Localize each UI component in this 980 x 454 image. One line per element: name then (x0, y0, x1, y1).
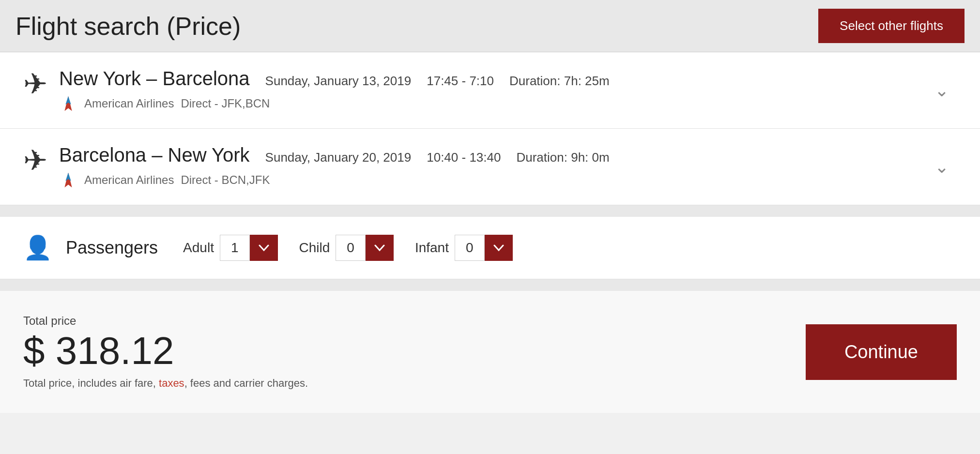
total-note-after: , fees and carrier charges. (184, 377, 308, 389)
flight-airline-line-2: American Airlines Direct - BCN,JFK (59, 171, 610, 189)
adult-label: Adult (183, 240, 214, 256)
flight-airline-2: American Airlines (84, 173, 174, 187)
child-chevron-icon (374, 244, 385, 251)
total-label: Total price (23, 314, 308, 328)
flight-date-2: Sunday, January 20, 2019 (265, 150, 412, 165)
flight-card-left-2: ✈ Barcelona – New York Sunday, January 2… (23, 144, 610, 189)
infant-chevron-icon (493, 244, 504, 251)
flight-date-1: Sunday, January 13, 2019 (265, 74, 412, 89)
infant-value: 0 (455, 235, 485, 261)
flight-route-line-2: Barcelona – New York Sunday, January 20,… (59, 144, 610, 166)
flight-duration-2: Duration: 9h: 0m (516, 150, 609, 165)
flight-stops-2: Direct - BCN,JFK (181, 173, 270, 187)
aa-logo-icon-2 (59, 171, 77, 189)
total-note: Total price, includes air fare, taxes, f… (23, 377, 308, 390)
flight-expand-chevron-2[interactable]: ⌄ (927, 153, 957, 181)
flight-route-1: New York – Barcelona (59, 68, 250, 90)
infant-label: Infant (415, 240, 449, 256)
flight-airline-line-1: American Airlines Direct - JFK,BCN (59, 94, 610, 113)
flight-info-2: Barcelona – New York Sunday, January 20,… (59, 144, 610, 189)
continue-button[interactable]: Continue (806, 324, 957, 380)
adult-value: 1 (220, 235, 250, 261)
plane-icon-1: ✈ (23, 70, 47, 99)
total-price-value: $ 318.12 (23, 332, 308, 370)
flight-card-2: ✈ Barcelona – New York Sunday, January 2… (0, 129, 980, 205)
flight-stops-1: Direct - JFK,BCN (181, 97, 270, 110)
flight-route-2: Barcelona – New York (59, 144, 250, 166)
page-header: Flight search (Price) Select other fligh… (0, 0, 980, 52)
adult-chevron-icon (259, 244, 269, 251)
flight-card-left-1: ✈ New York – Barcelona Sunday, January 1… (23, 68, 610, 113)
flight-card-1: ✈ New York – Barcelona Sunday, January 1… (0, 52, 980, 129)
flight-route-line-1: New York – Barcelona Sunday, January 13,… (59, 68, 610, 90)
section-divider-2 (0, 279, 980, 291)
child-dropdown-button[interactable] (366, 235, 394, 261)
total-note-before: Total price, includes air fare, (23, 377, 159, 389)
total-left-content: Total price $ 318.12 Total price, includ… (23, 314, 308, 390)
adult-dropdown-button[interactable] (250, 235, 278, 261)
section-divider-1 (0, 205, 980, 217)
adult-pax-group: Adult 1 (183, 235, 277, 261)
total-price-section: Total price $ 318.12 Total price, includ… (0, 291, 980, 413)
passengers-section: 👤 Passengers Adult 1 Child 0 Infant 0 (0, 217, 980, 279)
plane-icon-2: ✈ (23, 146, 47, 175)
flight-expand-chevron-1[interactable]: ⌄ (927, 76, 957, 105)
child-value: 0 (336, 235, 366, 261)
passengers-label: Passengers (66, 238, 158, 258)
flights-container: ✈ New York – Barcelona Sunday, January 1… (0, 52, 980, 205)
infant-dropdown-button[interactable] (485, 235, 513, 261)
infant-pax-group: Infant 0 (415, 235, 513, 261)
page-title: Flight search (Price) (15, 12, 241, 41)
child-pax-group: Child 0 (299, 235, 394, 261)
flight-duration-1: Duration: 7h: 25m (509, 74, 610, 89)
child-label: Child (299, 240, 330, 256)
select-other-flights-button[interactable]: Select other flights (818, 9, 965, 43)
person-icon: 👤 (23, 234, 52, 261)
flight-time-1: 17:45 - 7:10 (427, 74, 494, 89)
aa-logo-icon-1 (59, 94, 77, 113)
flight-time-2: 10:40 - 13:40 (427, 150, 501, 165)
flight-airline-1: American Airlines (84, 97, 174, 110)
taxes-link[interactable]: taxes (159, 377, 184, 389)
flight-info-1: New York – Barcelona Sunday, January 13,… (59, 68, 610, 113)
